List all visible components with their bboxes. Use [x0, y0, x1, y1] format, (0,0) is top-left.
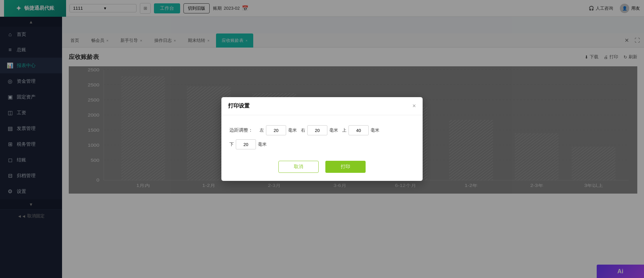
bottom-label: 下: [229, 141, 234, 147]
modal-header: 打印设置 ×: [221, 97, 423, 115]
right-unit: 毫米: [329, 127, 338, 133]
top-margin-input[interactable]: [348, 125, 369, 135]
right-margin-input[interactable]: [307, 125, 327, 135]
bottom-margin-group: 下 毫米: [229, 139, 267, 149]
modal-title: 打印设置: [228, 102, 250, 110]
top-unit: 毫米: [371, 127, 379, 133]
margin-row: 边距调整： 左 毫米 右 毫米 上 毫米 下: [229, 125, 415, 149]
bottom-unit: 毫米: [258, 141, 267, 147]
modal-footer: 取消 打印: [221, 157, 423, 181]
top-label: 上: [342, 127, 346, 133]
cancel-button[interactable]: 取消: [278, 161, 319, 173]
left-unit: 毫米: [288, 127, 297, 133]
modal-close-button[interactable]: ×: [412, 102, 416, 110]
right-label: 右: [301, 127, 305, 133]
top-margin-group: 上 毫米: [342, 125, 379, 135]
modal-overlay: 打印设置 × 边距调整： 左 毫米 右 毫米 上 毫米: [0, 0, 644, 278]
left-margin-group: 左 毫米: [260, 125, 297, 135]
modal-body: 边距调整： 左 毫米 右 毫米 上 毫米 下: [221, 115, 423, 157]
right-margin-group: 右 毫米: [301, 125, 338, 135]
margin-adjust-label: 边距调整：: [229, 127, 253, 133]
print-settings-modal: 打印设置 × 边距调整： 左 毫米 右 毫米 上 毫米: [221, 97, 423, 181]
bottom-margin-input[interactable]: [236, 139, 256, 149]
left-margin-input[interactable]: [266, 125, 286, 135]
confirm-print-button[interactable]: 打印: [325, 161, 366, 173]
left-label: 左: [260, 127, 264, 133]
